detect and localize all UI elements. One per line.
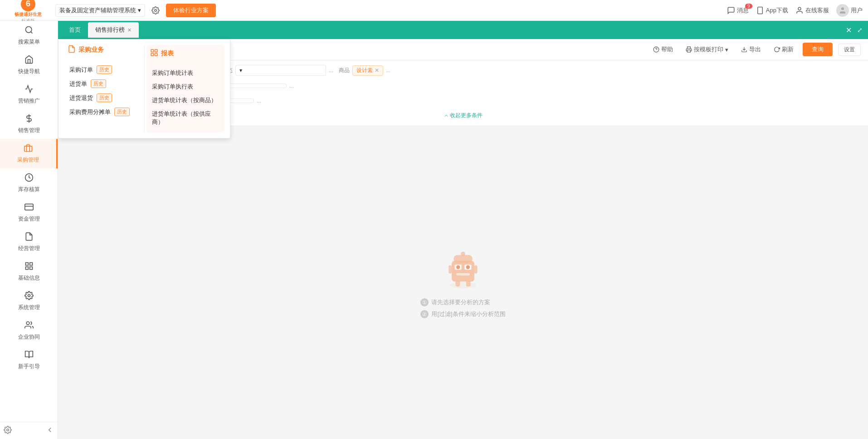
sidebar-item-finance[interactable]: 资金管理 — [0, 198, 58, 227]
sidebar-item-quick-nav[interactable]: 快捷导航 — [0, 50, 58, 80]
newbie-icon — [24, 350, 34, 361]
goods-label: 商品 — [339, 67, 350, 74]
settings-button[interactable] — [149, 4, 162, 17]
sidebar-item-label: 采购管理 — [17, 156, 39, 164]
doc-status-dots[interactable]: ... — [329, 67, 333, 74]
export-label: 导出 — [749, 45, 761, 54]
help-label: 帮助 — [661, 45, 673, 54]
tab-close-icon[interactable]: ✕ — [127, 27, 132, 33]
tab-bar-close-btn[interactable]: ✕ — [842, 26, 855, 35]
empty-illustration — [440, 246, 486, 291]
marketing-icon — [24, 84, 34, 96]
collapse-btn[interactable]: 收起更多条件 — [444, 112, 483, 119]
tab-home[interactable]: 首页 — [62, 22, 88, 38]
dropdown-item-return[interactable]: 进货退货 历史 — [68, 91, 139, 105]
dropdown-item-inbound[interactable]: 进货单 历史 — [68, 77, 139, 91]
doc-status-input[interactable]: ▾ — [235, 65, 326, 76]
sidebar-item-label: 经营管理 — [18, 245, 40, 252]
print-label: 按模板打印 — [694, 45, 723, 54]
finance-icon — [24, 202, 34, 214]
sidebar-item-marketing[interactable]: 营销推广 — [0, 80, 58, 109]
sidebar-item-label: 快捷导航 — [18, 68, 40, 75]
industry-btn[interactable]: 体验行业方案 — [166, 4, 216, 17]
dropdown-item-purchase-order[interactable]: 采购订单 历史 — [68, 63, 139, 77]
dropdown-menu: 采购业务 采购订单 历史 进货单 历史 进货退货 历史 — [58, 39, 230, 138]
collapse-label: 收起更多条件 — [450, 112, 483, 119]
enterprise-icon — [24, 321, 34, 332]
sidebar-item-basic-info[interactable]: 基础信息 — [0, 257, 58, 286]
operations-icon — [24, 232, 34, 243]
tab-bar-expand-btn[interactable]: ⤢ — [855, 26, 864, 34]
query-button[interactable]: 查询 — [803, 43, 833, 56]
export-btn[interactable]: 导出 — [737, 44, 765, 55]
dropdown-divider — [144, 45, 145, 133]
dropdown-item-inbound-stat-by-goods[interactable]: 进货单统计表（按商品） — [150, 94, 221, 107]
main-area: 搜索菜单 快捷导航 营销推广 销售管理 — [0, 21, 868, 439]
app-download-btn[interactable]: App下载 — [756, 6, 788, 15]
dropdown-item-expense[interactable]: 采购费用分摊单 历史 — [68, 105, 139, 119]
logo-char: 6 — [26, 0, 30, 9]
system-icon — [24, 291, 34, 302]
svg-rect-12 — [25, 263, 28, 266]
hint-text-2: 用[过滤]条件来缩小分析范围 — [431, 308, 505, 320]
sidebar-item-inventory[interactable]: 库存核算 — [0, 168, 58, 198]
app-download-label: App下载 — [766, 6, 788, 15]
svg-rect-20 — [155, 49, 157, 52]
logo-icon: 6 — [21, 0, 35, 11]
svg-rect-25 — [688, 50, 691, 52]
chevron-down-icon: ▾ — [138, 7, 141, 14]
sidebar-item-operations[interactable]: 经营管理 — [0, 227, 58, 257]
salesman-dots[interactable]: ... — [289, 83, 294, 89]
history-badge-expense: 历史 — [114, 108, 130, 116]
sidebar-collapse-btn[interactable] — [46, 426, 54, 435]
goods-dots[interactable]: ... — [386, 67, 390, 74]
filter-goods: 商品 设计素 ✕ ... — [339, 65, 390, 76]
goods-tag[interactable]: 设计素 ✕ — [352, 65, 383, 76]
print-btn[interactable]: 按模板打印 ▾ — [682, 44, 732, 55]
set-button[interactable]: 设置 — [838, 44, 861, 56]
hint-text-1: 请先选择要分析的方案 — [431, 296, 490, 308]
dropdown-item-purchase-order-stat[interactable]: 采购订单统计表 — [150, 66, 221, 80]
sidebar-item-label: 新手引导 — [18, 363, 40, 370]
user-avatar — [836, 4, 849, 17]
system-title[interactable]: 装备及固定资产辅助管理系统 ▾ — [55, 4, 145, 17]
dropdown-purchase-title: 采购业务 — [68, 45, 139, 57]
svg-point-18 — [7, 429, 9, 431]
purchase-col-icon — [68, 45, 76, 54]
search-menu-icon — [24, 25, 34, 37]
dropdown-item-inbound-stat-by-supplier[interactable]: 进货单统计表（按供应商） — [150, 107, 221, 129]
customer-dots[interactable]: ... — [257, 98, 261, 104]
sidebar-item-enterprise[interactable]: 企业协同 — [0, 316, 58, 345]
messages-btn[interactable]: 消息 9 — [727, 6, 749, 15]
sidebar-item-newbie[interactable]: 新手引导 — [0, 345, 58, 375]
svg-rect-1 — [758, 7, 763, 14]
sidebar-item-purchase[interactable]: 采购管理 — [0, 139, 58, 168]
goods-tag-close[interactable]: ✕ — [375, 67, 379, 74]
help-btn[interactable]: 帮助 — [649, 44, 677, 55]
tab-home-label: 首页 — [69, 26, 81, 34]
sidebar-item-system[interactable]: 系统管理 — [0, 286, 58, 316]
svg-rect-33 — [456, 273, 470, 275]
svg-point-0 — [155, 9, 157, 11]
doc-status-chevron: ▾ — [239, 67, 242, 74]
sidebar-item-search-menu[interactable]: 搜索菜单 — [0, 21, 58, 50]
svg-rect-15 — [25, 267, 28, 270]
empty-state: ① 请先选择要分析的方案 ② 用[过滤]条件来缩小分析范围 — [58, 126, 868, 439]
sidebar-settings-btn[interactable] — [4, 426, 12, 435]
sales-icon — [24, 114, 34, 125]
dropdown-item-purchase-order-exec[interactable]: 采购订单执行表 — [150, 80, 221, 94]
print-chevron: ▾ — [725, 46, 728, 53]
svg-line-6 — [30, 32, 32, 34]
user-menu[interactable]: 用户 — [836, 4, 863, 17]
svg-rect-21 — [155, 54, 157, 56]
online-support-btn[interactable]: 在线客服 — [795, 6, 829, 15]
system-title-text: 装备及固定资产辅助管理系统 — [59, 6, 136, 15]
sidebar-item-sales[interactable]: 销售管理 — [0, 109, 58, 139]
sidebar-item-label: 搜索菜单 — [18, 38, 40, 46]
refresh-btn[interactable]: 刷新 — [770, 44, 797, 55]
svg-rect-35 — [474, 265, 478, 273]
report-col-icon — [150, 49, 158, 58]
sidebar: 搜索菜单 快捷导航 营销推广 销售管理 — [0, 21, 58, 439]
tab-sales-ranking[interactable]: 销售排行榜 ✕ — [88, 22, 139, 38]
history-badge-inbound: 历史 — [91, 79, 106, 88]
